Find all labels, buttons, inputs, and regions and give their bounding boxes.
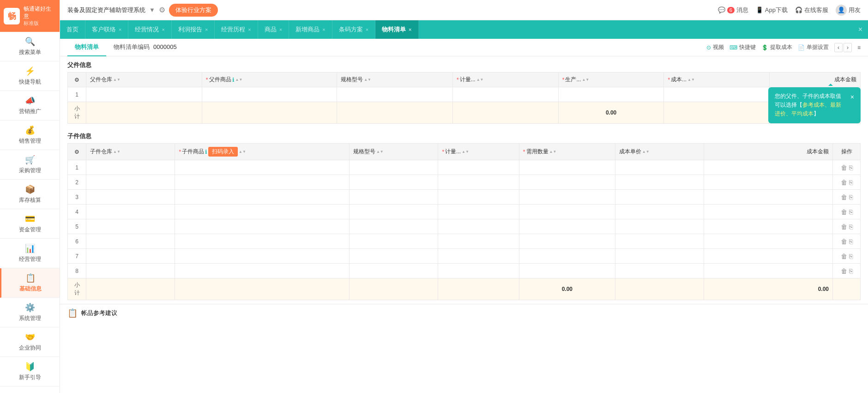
- child-row-2-goods[interactable]: [175, 175, 350, 190]
- copy-icon-5[interactable]: ⎘: [849, 223, 853, 230]
- sidebar-item-marketing[interactable]: 📣 营销推广: [0, 91, 60, 121]
- child-row-1-spec[interactable]: [349, 160, 438, 175]
- cost-sort[interactable]: ▲▼: [687, 78, 695, 82]
- tab-profit-report[interactable]: 利润报告 ×: [172, 20, 215, 39]
- child-row-1-unit[interactable]: [438, 160, 519, 175]
- sidebar-item-finance[interactable]: 💳 资金管理: [0, 209, 60, 239]
- child-row-2-quantity[interactable]: [519, 175, 615, 190]
- child-row-6-quantity[interactable]: [519, 234, 615, 249]
- delete-icon-3[interactable]: 🗑: [841, 193, 847, 201]
- sidebar-item-purchase[interactable]: 🛒 采购管理: [0, 150, 60, 180]
- tab-bom-list-close[interactable]: ×: [409, 27, 411, 32]
- tab-customer-close[interactable]: ×: [119, 27, 121, 32]
- toolbar-shortcut[interactable]: ⌨ 快捷键: [729, 43, 756, 51]
- copy-icon-2[interactable]: ⎘: [849, 179, 853, 186]
- child-row-7-warehouse[interactable]: [86, 249, 175, 264]
- parent-row-1-goods[interactable]: [202, 87, 337, 102]
- tab-operations-status[interactable]: 经营情况 ×: [128, 20, 171, 39]
- app-download-item[interactable]: 📱 App下载: [756, 6, 788, 14]
- child-row-4-spec[interactable]: [349, 205, 438, 219]
- child-row-6-unit-cost[interactable]: [615, 234, 704, 249]
- sidebar-item-quick-nav[interactable]: ⚡ 快捷导航: [0, 61, 60, 91]
- child-row-7-unit[interactable]: [438, 249, 519, 264]
- child-row-4-warehouse[interactable]: [86, 205, 175, 219]
- child-row-7-cost-amount[interactable]: [704, 249, 833, 264]
- child-row-8-quantity[interactable]: [519, 264, 615, 278]
- parent-row-1-production[interactable]: [558, 87, 664, 102]
- tab-barcode-close[interactable]: ×: [366, 27, 368, 32]
- child-row-2-warehouse[interactable]: [86, 175, 175, 190]
- sidebar-item-inventory[interactable]: 📦 库存核算: [0, 180, 60, 209]
- tab-barcode[interactable]: 条码方案 ×: [332, 20, 375, 39]
- child-warehouse-sort[interactable]: ▲▼: [113, 150, 121, 154]
- child-row-3-warehouse[interactable]: [86, 190, 175, 205]
- sub-tab-bom-code[interactable]: 物料清单编码 0000005: [106, 39, 184, 56]
- delete-icon-7[interactable]: 🗑: [841, 253, 847, 260]
- sidebar-item-sales[interactable]: 💰 销售管理: [0, 121, 60, 150]
- copy-icon-8[interactable]: ⎘: [849, 267, 853, 275]
- child-row-6-warehouse[interactable]: [86, 234, 175, 249]
- delete-icon-4[interactable]: 🗑: [841, 208, 847, 216]
- sidebar-item-search[interactable]: 🔍 搜索菜单: [0, 32, 60, 61]
- child-row-1-cost-amount[interactable]: [704, 160, 833, 175]
- online-service-item[interactable]: 🎧 在线客服: [795, 6, 828, 14]
- parent-row-1-cost[interactable]: [664, 87, 770, 102]
- child-row-3-unit-cost[interactable]: [615, 190, 704, 205]
- toolbar-view[interactable]: ⊙ 视频: [706, 43, 724, 51]
- child-row-5-cost-amount[interactable]: [704, 219, 833, 234]
- child-row-4-unit-cost[interactable]: [615, 205, 704, 219]
- child-row-8-warehouse[interactable]: [86, 264, 175, 278]
- tab-new-goods[interactable]: 新增商品 ×: [289, 20, 332, 39]
- child-row-3-goods[interactable]: [175, 190, 350, 205]
- child-row-8-goods[interactable]: [175, 264, 350, 278]
- child-row-4-unit[interactable]: [438, 205, 519, 219]
- parent-row-1-warehouse[interactable]: [86, 87, 202, 102]
- child-row-2-spec[interactable]: [349, 175, 438, 190]
- child-goods-info-icon[interactable]: ℹ: [205, 149, 207, 155]
- delete-icon-2[interactable]: 🗑: [841, 179, 847, 186]
- child-row-8-cost-amount[interactable]: [704, 264, 833, 278]
- child-row-7-quantity[interactable]: [519, 249, 615, 264]
- delete-icon-1[interactable]: 🗑: [841, 164, 847, 171]
- tab-goods-close[interactable]: ×: [279, 27, 282, 32]
- warehouse-sort[interactable]: ▲▼: [113, 78, 121, 82]
- child-row-5-unit-cost[interactable]: [615, 219, 704, 234]
- child-col-settings[interactable]: ⚙: [68, 144, 86, 160]
- parent-row-1-spec[interactable]: [337, 87, 453, 102]
- child-row-3-quantity[interactable]: [519, 190, 615, 205]
- parent-col-settings[interactable]: ⚙: [68, 73, 86, 87]
- child-row-8-unit-cost[interactable]: [615, 264, 704, 278]
- child-row-6-spec[interactable]: [349, 234, 438, 249]
- tabs-close-all[interactable]: ×: [853, 25, 868, 34]
- child-row-2-unit-cost[interactable]: [615, 175, 704, 190]
- copy-icon-6[interactable]: ⎘: [849, 238, 853, 245]
- child-row-4-quantity[interactable]: [519, 205, 615, 219]
- delete-icon-6[interactable]: 🗑: [841, 238, 847, 245]
- delete-icon-5[interactable]: 🗑: [841, 223, 847, 230]
- child-spec-sort[interactable]: ▲▼: [376, 150, 384, 154]
- sidebar-item-guide[interactable]: 🔰 新手引导: [0, 357, 60, 387]
- copy-icon-1[interactable]: ⎘: [849, 164, 853, 171]
- user-item[interactable]: 👤 用友: [836, 5, 861, 16]
- child-row-4-goods[interactable]: [175, 205, 350, 219]
- child-row-6-goods[interactable]: [175, 234, 350, 249]
- tab-operations-status-close[interactable]: ×: [162, 27, 164, 32]
- child-row-6-cost-amount[interactable]: [704, 234, 833, 249]
- tab-operations-history[interactable]: 经营历程 ×: [215, 20, 258, 39]
- child-row-1-warehouse[interactable]: [86, 160, 175, 175]
- child-goods-sort[interactable]: ▲▼: [239, 150, 246, 154]
- child-row-3-spec[interactable]: [349, 190, 438, 205]
- tab-new-goods-close[interactable]: ×: [322, 27, 325, 32]
- child-row-1-unit-cost[interactable]: [615, 160, 704, 175]
- child-row-5-spec[interactable]: [349, 219, 438, 234]
- topbar-gear-icon[interactable]: ⚙: [159, 6, 165, 14]
- child-row-5-goods[interactable]: [175, 219, 350, 234]
- nav-next-btn[interactable]: ›: [844, 43, 852, 52]
- sidebar-item-enterprise[interactable]: 🤝 企业协同: [0, 327, 60, 357]
- copy-icon-3[interactable]: ⎘: [849, 193, 853, 201]
- parent-row-1-unit[interactable]: [452, 87, 558, 102]
- toolbar-single-settings[interactable]: 📄 单据设置: [798, 43, 829, 51]
- child-row-5-quantity[interactable]: [519, 219, 615, 234]
- child-row-7-goods[interactable]: [175, 249, 350, 264]
- sidebar-item-system[interactable]: ⚙️ 系统管理: [0, 298, 60, 327]
